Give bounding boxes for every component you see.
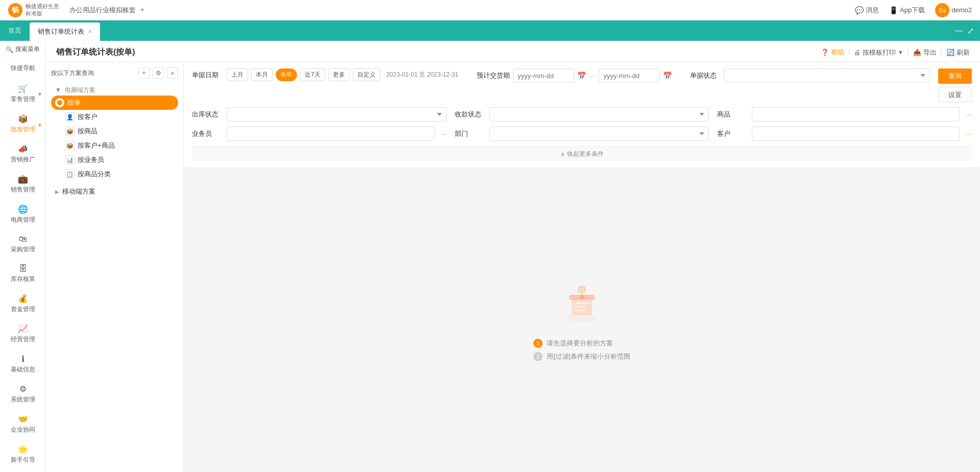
logo-icon: 畅 — [8, 3, 22, 17]
sidebar-item-system[interactable]: ⚙ 系统管理 — [0, 379, 45, 409]
tab-sales-order[interactable]: 销售订单统计表 × — [30, 22, 100, 41]
main-layout: 🔍 搜索菜单 快捷导航 🛒 零售管理 ▼ 📦 批发管理 ▲ 📣 营销推广 💼 销… — [0, 41, 980, 472]
empty-tip-1: 1 请先选择要分析的方案 — [533, 339, 630, 348]
date-btn-custom[interactable]: 自定义 — [353, 68, 380, 81]
tab-close-icon[interactable]: × — [88, 28, 92, 35]
wholesale-arrow-icon: ▲ — [37, 121, 42, 127]
customer-filter: 客户 ··· — [717, 127, 972, 141]
salesman-input[interactable] — [227, 127, 434, 141]
date-btn-last7[interactable]: 近7天 — [300, 68, 325, 81]
svg-rect-6 — [576, 310, 586, 311]
date-btn-more[interactable]: 更多 — [328, 68, 350, 81]
circle-icon — [55, 98, 64, 107]
refresh-button[interactable]: 🔄 刷新 — [946, 48, 970, 57]
maximize-icon[interactable]: ⤢ — [967, 26, 974, 36]
date-btn-last-month[interactable]: 上月 — [227, 68, 248, 81]
sidebar-item-retail[interactable]: 🛒 零售管理 ▼ — [0, 79, 45, 109]
collapse-bar[interactable]: ∧ 收起更多条件 — [192, 146, 972, 161]
top-bar-left: 畅 畅捷通好生意 标准版 办公用品行业模拟账套 ▼ — [8, 3, 145, 17]
newbie-icon: 🌟 — [18, 444, 28, 454]
goods-more-icon[interactable]: ··· — [966, 110, 972, 119]
help-button[interactable]: ❓ 帮助 — [821, 48, 844, 57]
expected-date-start-input[interactable] — [513, 68, 574, 83]
search-button[interactable]: 查询 — [938, 68, 972, 84]
sales-icon: 💼 — [18, 174, 28, 184]
minimize-icon[interactable]: — — [955, 26, 963, 35]
content-body: 按以下方案查询 + ⚙ « ▼ 电脑端方案 按单 — [46, 62, 980, 472]
template-print-button[interactable]: 🖨 按模板打印 ▼ — [854, 48, 903, 57]
sidebar-item-inventory[interactable]: 🗄 库存核算 — [0, 259, 45, 289]
goods-tree-icon: 📦 — [65, 127, 75, 136]
inventory-icon: 🗄 — [19, 264, 27, 273]
messages-button[interactable]: 💬 消息 — [855, 6, 879, 15]
user-menu[interactable]: Ea demo2 — [935, 3, 972, 17]
quick-nav-item[interactable]: 快捷导航 — [0, 60, 45, 77]
sidebar-item-wholesale[interactable]: 📦 批发管理 ▲ — [0, 109, 45, 139]
payment-filter: 收款状态 — [455, 107, 709, 122]
customer-more-icon[interactable]: ··· — [966, 130, 972, 138]
date-filter-group: 单据日期 上月 本月 本年 近7天 更多 自定义 2023-01-01 至 20… — [192, 68, 458, 81]
app-download-button[interactable]: 📱 App下载 — [889, 6, 925, 15]
sidebar-item-finance[interactable]: 💰 资金管理 — [0, 289, 45, 319]
calendar-start-icon[interactable]: 📅 — [577, 72, 586, 80]
sidebar-item-purchase[interactable]: 🛍 采购管理 — [0, 229, 45, 259]
left-panel: 按以下方案查询 + ⚙ « ▼ 电脑端方案 按单 — [46, 62, 184, 472]
search-menu-item[interactable]: 🔍 搜索菜单 — [0, 41, 45, 58]
operations-icon: 📈 — [18, 324, 28, 334]
order-status-filter: 单据状态 — [690, 68, 930, 83]
page-title: 销售订单统计表(按单) — [56, 47, 135, 58]
goods-filter: 商品 ··· — [717, 107, 972, 122]
sidebar-item-corp[interactable]: 🤝 企业协同 — [0, 409, 45, 439]
retail-arrow-icon: ▼ — [37, 91, 42, 97]
date-btn-this-year[interactable]: 本年 — [276, 68, 297, 81]
svg-rect-5 — [576, 306, 585, 308]
add-scheme-button[interactable]: + — [138, 67, 150, 79]
export-button[interactable]: 📤 导出 — [913, 48, 937, 57]
sidebar-item-marketing[interactable]: 📣 营销推广 — [0, 139, 45, 169]
tab-home[interactable]: 首页 — [0, 20, 30, 41]
basic-icon: ℹ — [21, 354, 24, 364]
svg-point-3 — [579, 295, 584, 300]
department-select[interactable] — [489, 127, 709, 141]
dropdown-arrow-icon[interactable]: ▼ — [140, 7, 145, 13]
date-buttons: 上月 本月 本年 近7天 更多 自定义 — [227, 68, 380, 81]
ecommerce-icon: 🌐 — [18, 204, 28, 214]
finance-icon: 💰 — [18, 294, 28, 303]
avatar: Ea — [935, 3, 949, 17]
settings-scheme-button[interactable]: ⚙ — [153, 67, 164, 79]
collapse-panel-button[interactable]: « — [167, 67, 178, 79]
sidebar-item-ecommerce[interactable]: 🌐 电商管理 — [0, 199, 45, 229]
expected-date-end-input[interactable] — [599, 68, 660, 83]
tree-item-按客户[interactable]: 👤 按客户 — [61, 110, 178, 124]
sidebar-item-sales[interactable]: 💼 销售管理 — [0, 169, 45, 199]
delivery-status-select[interactable] — [227, 107, 447, 122]
top-bar: 畅 畅捷通好生意 标准版 办公用品行业模拟账套 ▼ 💬 消息 📱 App下载 E… — [0, 0, 980, 20]
setting-button[interactable]: 设置 — [938, 87, 972, 102]
svg-point-8 — [580, 288, 581, 290]
sidebar-item-app-center[interactable]: 📱 应用中心 — [0, 469, 45, 472]
date-btn-this-month[interactable]: 本月 — [251, 68, 273, 81]
mobile-arrow-icon: ▶ — [55, 189, 59, 195]
page-header: 销售订单统计表(按单) ❓ 帮助 | 🖨 按模板打印 ▼ | 📤 导出 | — [46, 41, 980, 62]
right-panel: 单据日期 上月 本月 本年 近7天 更多 自定义 2023-01-01 至 20… — [184, 62, 980, 472]
sidebar-item-basic[interactable]: ℹ 基础信息 — [0, 349, 45, 379]
payment-status-select[interactable] — [489, 107, 709, 122]
sidebar-item-newbie[interactable]: 🌟 新手引导 — [0, 439, 45, 469]
tree-item-按客户+商品[interactable]: 📦 按客户+商品 — [61, 138, 178, 153]
salesman-more-icon[interactable]: ··· — [440, 130, 447, 138]
expected-date-filter: 预计交货期 📅 — 📅 — [477, 68, 672, 83]
department-filter: 部门 — [455, 127, 709, 141]
tree-item-按商品分类[interactable]: 📋 按商品分类 — [61, 167, 178, 181]
tree-item-按业务员[interactable]: 📊 按业务员 — [61, 153, 178, 167]
delivery-filter: 出库状态 — [192, 107, 447, 122]
salesman-tree-icon: 📊 — [65, 155, 75, 164]
action-buttons-group: 查询 设置 — [938, 68, 972, 102]
tree-item-按单[interactable]: 按单 — [51, 96, 178, 110]
calendar-end-icon[interactable]: 📅 — [663, 72, 672, 80]
sidebar-item-operations[interactable]: 📈 经营管理 — [0, 319, 45, 349]
tree-item-移动端方案[interactable]: ▶ 移动端方案 — [51, 184, 178, 199]
customer-input[interactable] — [752, 127, 960, 141]
goods-input[interactable] — [752, 107, 960, 122]
tree-item-按商品[interactable]: 📦 按商品 — [61, 124, 178, 138]
order-status-select[interactable] — [724, 68, 930, 83]
